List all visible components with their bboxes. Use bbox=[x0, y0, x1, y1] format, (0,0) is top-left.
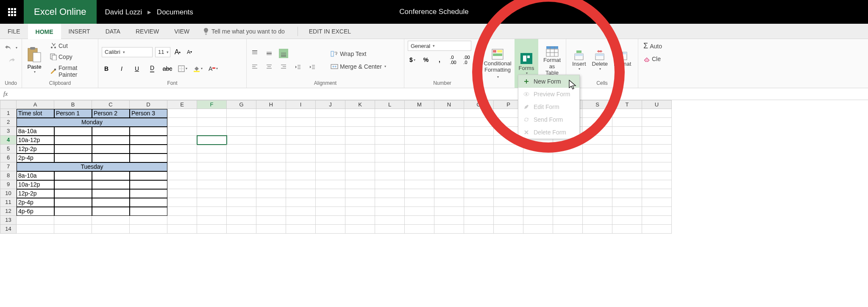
col-header[interactable]: D bbox=[130, 100, 167, 109]
cell[interactable] bbox=[375, 180, 405, 189]
cell[interactable] bbox=[286, 136, 316, 145]
col-header[interactable]: A bbox=[17, 100, 54, 109]
cell[interactable] bbox=[434, 171, 464, 180]
cell[interactable] bbox=[92, 180, 130, 189]
row-header[interactable]: 10 bbox=[0, 189, 17, 198]
cell[interactable] bbox=[553, 225, 583, 234]
cell[interactable] bbox=[130, 225, 167, 234]
col-header[interactable]: J bbox=[316, 100, 345, 109]
borders-button[interactable]: ▾ bbox=[178, 64, 187, 73]
cell[interactable] bbox=[130, 127, 167, 136]
cell[interactable] bbox=[405, 198, 434, 207]
italic-button[interactable]: I bbox=[117, 64, 126, 73]
col-header[interactable]: I bbox=[286, 100, 316, 109]
cell[interactable] bbox=[167, 162, 197, 171]
cell[interactable] bbox=[316, 225, 345, 234]
cell[interactable] bbox=[167, 154, 197, 162]
redo-button[interactable] bbox=[5, 56, 17, 64]
cell[interactable]: Tuesday bbox=[17, 162, 167, 171]
tell-me-search[interactable]: Tell me what you want to do bbox=[197, 28, 291, 35]
cell[interactable] bbox=[167, 180, 197, 189]
cell[interactable] bbox=[130, 189, 167, 198]
cell[interactable] bbox=[345, 154, 375, 162]
cell[interactable] bbox=[494, 154, 523, 162]
cell[interactable] bbox=[256, 198, 286, 207]
cell[interactable] bbox=[375, 154, 405, 162]
menu-new-form[interactable]: New Form bbox=[518, 75, 579, 88]
cell[interactable] bbox=[583, 171, 612, 180]
cell[interactable] bbox=[642, 154, 672, 162]
number-format-combo[interactable]: General▾ bbox=[408, 41, 471, 51]
breadcrumb-location[interactable]: Documents bbox=[157, 8, 193, 16]
font-size-combo[interactable]: 11▾ bbox=[155, 47, 170, 57]
cell[interactable] bbox=[316, 171, 345, 180]
cell[interactable] bbox=[583, 162, 612, 171]
cell[interactable] bbox=[227, 171, 256, 180]
cell[interactable] bbox=[434, 180, 464, 189]
cell[interactable] bbox=[434, 225, 464, 234]
cell[interactable] bbox=[167, 136, 197, 145]
cell[interactable] bbox=[92, 127, 130, 136]
row-header[interactable]: 12 bbox=[0, 207, 17, 216]
cell[interactable] bbox=[54, 136, 92, 145]
menu-send-form[interactable]: Send Form bbox=[518, 113, 579, 126]
increase-decimal-button[interactable]: .0.00 bbox=[448, 55, 458, 64]
cell[interactable]: 10a-12p bbox=[17, 180, 54, 189]
cell[interactable] bbox=[553, 216, 583, 225]
tab-review[interactable]: REVIEW bbox=[128, 24, 167, 39]
app-launcher-button[interactable] bbox=[0, 0, 24, 24]
align-bottom-button[interactable] bbox=[279, 49, 288, 58]
col-header[interactable]: N bbox=[434, 100, 464, 109]
row-header[interactable]: 3 bbox=[0, 127, 17, 136]
cell[interactable]: Person 2 bbox=[92, 109, 130, 118]
cell[interactable] bbox=[494, 171, 523, 180]
comma-button[interactable]: , bbox=[435, 55, 444, 64]
cell[interactable] bbox=[434, 216, 464, 225]
cell[interactable] bbox=[464, 145, 494, 154]
align-middle-button[interactable] bbox=[264, 49, 274, 58]
cell[interactable] bbox=[494, 180, 523, 189]
cell[interactable] bbox=[345, 189, 375, 198]
cell[interactable] bbox=[642, 127, 672, 136]
cell[interactable] bbox=[345, 162, 375, 171]
row-header[interactable]: 14 bbox=[0, 225, 17, 234]
cell[interactable] bbox=[405, 189, 434, 198]
align-top-button[interactable] bbox=[250, 49, 259, 58]
cell[interactable] bbox=[197, 198, 227, 207]
cell[interactable] bbox=[316, 127, 345, 136]
cell[interactable] bbox=[197, 225, 227, 234]
cell[interactable] bbox=[167, 118, 197, 127]
cell[interactable] bbox=[345, 136, 375, 145]
cell[interactable] bbox=[553, 145, 583, 154]
cell[interactable] bbox=[553, 198, 583, 207]
cell[interactable] bbox=[523, 198, 553, 207]
cell[interactable] bbox=[464, 162, 494, 171]
fill-color-button[interactable]: ▾ bbox=[193, 64, 203, 73]
cell[interactable] bbox=[375, 136, 405, 145]
cell[interactable] bbox=[92, 145, 130, 154]
bold-button[interactable]: B bbox=[102, 64, 111, 73]
cell[interactable] bbox=[464, 171, 494, 180]
cell[interactable] bbox=[434, 154, 464, 162]
cell[interactable] bbox=[286, 180, 316, 189]
cell[interactable] bbox=[405, 171, 434, 180]
cell[interactable] bbox=[464, 109, 494, 118]
cell[interactable] bbox=[642, 136, 672, 145]
cell[interactable] bbox=[612, 216, 642, 225]
cell[interactable] bbox=[434, 198, 464, 207]
cell[interactable] bbox=[167, 225, 197, 234]
cell[interactable] bbox=[197, 189, 227, 198]
cell[interactable] bbox=[464, 180, 494, 189]
cell[interactable] bbox=[316, 154, 345, 162]
cell[interactable] bbox=[17, 225, 54, 234]
cell[interactable] bbox=[286, 198, 316, 207]
row-header[interactable]: 11 bbox=[0, 198, 17, 207]
col-header[interactable]: U bbox=[642, 100, 672, 109]
cell[interactable] bbox=[405, 109, 434, 118]
autosum-button[interactable]: ΣAuto bbox=[642, 41, 664, 51]
cell[interactable] bbox=[523, 154, 553, 162]
menu-edit-form[interactable]: Edit Form bbox=[518, 100, 579, 113]
cell[interactable] bbox=[286, 154, 316, 162]
cell[interactable] bbox=[523, 216, 553, 225]
cell[interactable]: Person 1 bbox=[54, 109, 92, 118]
